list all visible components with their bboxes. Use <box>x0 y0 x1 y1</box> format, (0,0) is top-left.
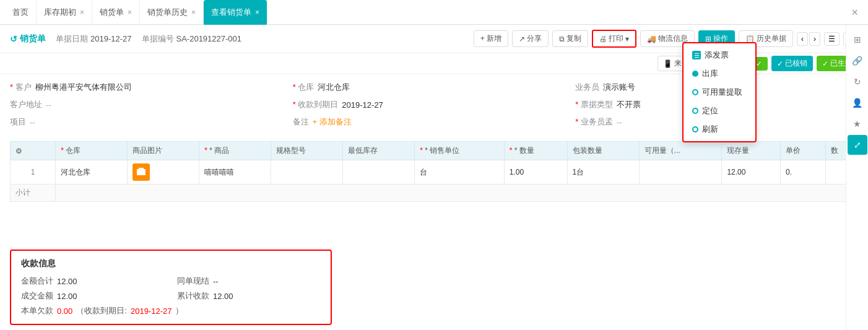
window-close-button[interactable]: × <box>851 6 858 19</box>
same-order-label: 同单现结 <box>177 276 209 287</box>
svg-rect-0 <box>137 169 145 175</box>
doc-type-icon: ↺ <box>10 34 17 44</box>
sidebar-link-icon[interactable]: 🔗 <box>848 51 867 71</box>
right-sidebar: ⊞ 🔗 ↻ 👤 ★ ⤢ <box>846 25 868 330</box>
tab-bar: 首页 库存期初 × 销货单 × 销货单历史 × 查看销货单 × × <box>0 0 868 25</box>
tab-view-sales[interactable]: 查看销货单 × <box>204 0 267 25</box>
deal-amount-row: 成交金额 12.00 <box>21 290 165 302</box>
overdue-row: 本单欠款 0.00 （收款到期日: 2019-12-27 ） <box>21 305 321 316</box>
note-label: 备注 <box>293 116 309 128</box>
tab-sales-close[interactable]: × <box>128 8 132 17</box>
doc-number-value: SA-20191227-001 <box>176 34 242 43</box>
overdue-note: （收款到期日: <box>76 305 127 316</box>
payment-grid: 金额合计 12.00 同单现结 -- 成交金额 12.00 累计收款 12.00… <box>21 276 321 316</box>
product-table: ⚙ 仓库 商品图片 * 商品 规格型号 最低库存 * 销售单位 * 数量 包装数… <box>10 141 858 202</box>
col-min-stock: 最低库存 <box>343 142 415 160</box>
doc-type-tag: ↺ 销货单 <box>10 33 46 45</box>
address-field: 客户地址 -- <box>10 99 293 110</box>
sold-button[interactable]: ✓ 已核销 <box>771 56 813 71</box>
col-unit: * 销售单位 <box>415 142 505 160</box>
tab-inventory-close[interactable]: × <box>80 8 84 17</box>
sidebar-user-icon[interactable]: 👤 <box>848 93 867 113</box>
sidebar-star-icon[interactable]: ★ <box>848 114 867 134</box>
tab-home-label: 首页 <box>12 7 28 18</box>
doc-date-field: 单据日期 2019-12-27 <box>56 33 132 45</box>
overdue-value: 0.00 <box>57 306 72 316</box>
subtotal-row: 小计 <box>11 185 858 202</box>
total-row: 金额合计 12.00 <box>21 276 165 287</box>
out-warehouse-icon <box>692 71 698 77</box>
customer-label: 客户 <box>10 82 32 93</box>
col-price: 单价 <box>781 142 826 160</box>
add-invoice-item[interactable]: ☰ 添发票 <box>684 46 755 64</box>
available-qty-item[interactable]: 可用量提取 <box>684 83 755 102</box>
payment-section: 收款信息 金额合计 12.00 同单现结 -- 成交金额 12.00 累计收款 … <box>10 250 332 325</box>
subtotal-label: 小计 <box>11 185 56 202</box>
subtotal-values <box>56 185 858 202</box>
doc-number-field: 单据编号 SA-20191227-001 <box>142 33 242 45</box>
col-product-img: 商品图片 <box>128 142 199 160</box>
overdue-label: 本单欠款 <box>21 305 53 316</box>
payment-date-value: 2019-12-27 <box>342 100 383 110</box>
list-view-button[interactable]: ☰ <box>824 32 840 46</box>
tab-inventory-label: 库存期初 <box>44 7 76 18</box>
row-warehouse: 河北仓库 <box>56 160 128 185</box>
locate-label: 定位 <box>702 105 718 116</box>
copy-button[interactable]: ⧉ 复制 <box>552 30 588 47</box>
tab-home[interactable]: 首页 <box>5 0 37 25</box>
total-label: 金额合计 <box>21 276 53 287</box>
project-label: 项目 <box>10 116 26 128</box>
logistics-icon: 🚚 <box>647 35 656 43</box>
same-order-row: 同单现结 -- <box>177 276 321 287</box>
available-qty-label: 可用量提取 <box>702 87 742 98</box>
salesperson-label: 业务员孟 <box>575 116 613 128</box>
tab-sales-label: 销货单 <box>100 7 124 18</box>
print-button[interactable]: 🖨 打印 ▾ <box>592 30 636 48</box>
new-button[interactable]: + 新增 <box>474 30 508 47</box>
warehouse-label: 仓库 <box>293 82 315 93</box>
row-num: 1 <box>11 160 56 185</box>
tab-sales-order[interactable]: 销货单 × <box>92 0 140 25</box>
refresh-item[interactable]: 刷新 <box>684 120 755 139</box>
table-row: 1 河北仓库 嘻嘻嘻嘻 台 1.00 <box>11 160 858 185</box>
cumulative-value: 12.00 <box>213 292 233 301</box>
share-icon: ↗ <box>519 35 525 43</box>
next-button[interactable]: › <box>809 32 820 46</box>
col-settings: ⚙ <box>11 142 56 160</box>
refresh-icon <box>692 126 698 132</box>
row-qty: 1.00 <box>504 160 567 185</box>
table-header-row: ⚙ 仓库 商品图片 * 商品 规格型号 最低库存 * 销售单位 * 数量 包装数… <box>11 142 858 160</box>
cumulative-row: 累计收款 12.00 <box>177 290 321 302</box>
customer-value: 柳州粤港平安气体有限公司 <box>35 82 132 93</box>
note-field: 备注 添加备注 <box>293 116 576 128</box>
share-button[interactable]: ↗ 分享 <box>512 30 549 47</box>
same-order-value: -- <box>213 277 219 286</box>
sidebar-refresh-icon[interactable]: ↻ <box>848 72 867 92</box>
refresh-label: 刷新 <box>702 124 718 135</box>
col-qty: * 数量 <box>504 142 567 160</box>
project-field: 项目 -- <box>10 116 293 128</box>
tab-sales-history[interactable]: 销货单历史 × <box>140 0 204 25</box>
tab-history-close[interactable]: × <box>191 8 196 17</box>
staff-value: 演示账号 <box>603 82 635 93</box>
overdue-date: 2019-12-27 <box>131 306 172 316</box>
add-invoice-label: 添发票 <box>705 50 729 61</box>
tab-inventory-init[interactable]: 库存期初 × <box>37 0 92 25</box>
sidebar-table-icon[interactable]: ⊞ <box>848 30 867 50</box>
col-warehouse: 仓库 <box>56 142 128 160</box>
doc-type-label: 销货单 <box>20 33 46 45</box>
doc-actions: + 新增 ↗ 分享 ⧉ 复制 🖨 打印 ▾ 🚚 物流信息 ⊞ 操作 <box>474 30 858 48</box>
print-icon: 🖨 <box>599 35 607 43</box>
deal-amount-value: 12.00 <box>57 292 77 301</box>
available-qty-icon <box>692 89 698 95</box>
tab-view-sales-close[interactable]: × <box>255 8 259 17</box>
locate-item[interactable]: 定位 <box>684 102 755 120</box>
row-product: 嘻嘻嘻嘻 <box>199 160 271 185</box>
add-note-button[interactable]: 添加备注 <box>313 116 352 128</box>
out-warehouse-item[interactable]: 出库 <box>684 64 755 83</box>
prev-button[interactable]: ‹ <box>797 32 808 46</box>
nav-arrows: ‹ › <box>797 32 820 46</box>
project-value: -- <box>30 118 35 127</box>
sidebar-expand-icon[interactable]: ⤢ <box>848 135 867 155</box>
product-image <box>132 163 150 181</box>
